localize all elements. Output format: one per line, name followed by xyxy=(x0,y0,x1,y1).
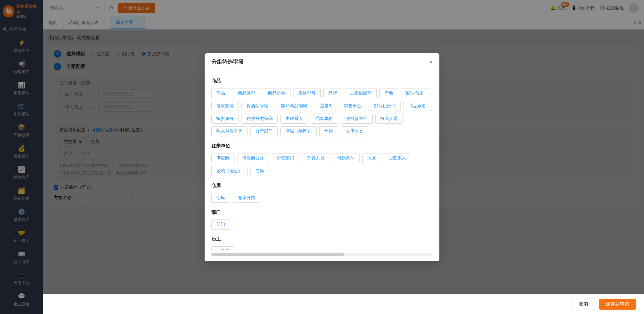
save-query-button[interactable]: 保存并查询 xyxy=(599,299,636,310)
field-chip-counterpart-0[interactable]: 供应商 xyxy=(211,153,234,163)
field-group-title-dept: 部门 xyxy=(211,209,433,215)
horizontal-scrollbar[interactable] xyxy=(211,253,433,256)
field-chip-goods-8[interactable]: 批次管理 xyxy=(211,101,239,111)
field-chip-goods-4[interactable]: 品牌 xyxy=(323,88,342,98)
dialog-body: 商品商品商品类型商品分类规格型号品牌主要供应商产地默认仓库批次管理保质期管理客户… xyxy=(205,71,439,250)
field-chip-goods-23[interactable]: 区域（地区） xyxy=(280,126,317,136)
field-group-warehouse: 仓库仓库仓库分类 xyxy=(211,183,433,203)
field-chip-goods-19[interactable]: 收付款条件 xyxy=(341,114,373,124)
field-chip-goods-16[interactable]: 税收分类编码 xyxy=(241,114,278,124)
field-chip-goods-15[interactable]: 拣货积分 xyxy=(211,114,239,124)
field-chip-goods-24[interactable]: 简称 xyxy=(319,126,338,136)
field-chips-dept: 部门 xyxy=(211,219,433,230)
field-chip-goods-2[interactable]: 商品分类 xyxy=(263,88,290,98)
field-chip-warehouse-0[interactable]: 仓库 xyxy=(211,193,230,203)
dialog-header: 分组待选字段 × xyxy=(205,53,439,71)
field-chip-goods-12[interactable]: 零售单位 xyxy=(339,101,366,111)
field-chip-counterpart-4[interactable]: 付款条件 xyxy=(332,153,360,163)
field-chip-counterpart-3[interactable]: 分管人员 xyxy=(302,153,329,163)
field-chip-goods-7[interactable]: 默认仓库 xyxy=(401,88,428,98)
field-group-dept: 部门部门 xyxy=(211,209,433,230)
field-chip-goods-22[interactable]: 分管部门 xyxy=(250,126,278,136)
field-chip-goods-21[interactable]: 往来单位分类 xyxy=(211,126,248,136)
field-chip-counterpart-1[interactable]: 供应商分类 xyxy=(237,153,269,163)
field-chip-goods-17[interactable]: 主联系人 xyxy=(280,114,308,124)
field-chip-goods-6[interactable]: 产地 xyxy=(379,88,398,98)
action-bar: 取消 保存并查询 xyxy=(43,294,644,314)
field-chip-counterpart-7[interactable]: 区域（地区） xyxy=(211,166,248,176)
field-chip-goods-13[interactable]: 默认供应商 xyxy=(369,101,401,111)
field-chip-goods-14[interactable]: 商品别名 xyxy=(404,101,431,111)
field-chip-goods-3[interactable]: 规格型号 xyxy=(293,88,321,98)
field-chip-counterpart-6[interactable]: 主联系人 xyxy=(384,153,411,163)
field-select-dialog: 分组待选字段 × 商品商品商品类型商品分类规格型号品牌主要供应商产地默认仓库批次… xyxy=(205,53,439,261)
field-chips-warehouse: 仓库仓库分类 xyxy=(211,193,433,203)
field-chip-staff-0[interactable]: 业务员 xyxy=(211,246,234,250)
field-chip-goods-20[interactable]: 分管人员 xyxy=(375,114,403,124)
field-chip-goods-0[interactable]: 商品 xyxy=(211,88,230,98)
field-chip-counterpart-5[interactable]: 地区 xyxy=(362,153,381,163)
field-chip-goods-25[interactable]: 仓库分类 xyxy=(341,126,368,136)
scrollbar-thumb xyxy=(211,253,344,256)
cancel-button[interactable]: 取消 xyxy=(572,299,595,310)
field-chips-staff: 业务员 xyxy=(211,246,433,250)
field-chips-counterpart: 供应商供应商分类分管部门分管人员付款条件地区主联系人区域（地区）简称 xyxy=(211,153,433,176)
field-chip-goods-9[interactable]: 保质期管理 xyxy=(241,101,273,111)
field-group-title-goods: 商品 xyxy=(211,78,433,84)
field-chip-counterpart-2[interactable]: 分管部门 xyxy=(272,153,299,163)
field-chip-goods-5[interactable]: 主要供应商 xyxy=(345,88,377,98)
field-group-title-staff: 员工 xyxy=(211,236,433,242)
field-chip-goods-10[interactable]: 客户商品编码 xyxy=(276,101,312,111)
field-chip-goods-1[interactable]: 商品类型 xyxy=(233,88,260,98)
field-chip-goods-11[interactable]: 重量3 xyxy=(315,101,336,111)
field-group-counterpart: 往来单位供应商供应商分类分管部门分管人员付款条件地区主联系人区域（地区）简称 xyxy=(211,143,433,176)
field-chip-dept-0[interactable]: 部门 xyxy=(211,219,230,230)
field-chip-goods-18[interactable]: 结算单位 xyxy=(311,114,338,124)
dialog-title: 分组待选字段 xyxy=(211,59,244,66)
dialog-close-button[interactable]: × xyxy=(429,59,433,65)
field-group-title-warehouse: 仓库 xyxy=(211,183,433,189)
field-group-title-counterpart: 往来单位 xyxy=(211,143,433,149)
field-group-staff: 员工业务员 xyxy=(211,236,433,250)
field-chip-warehouse-1[interactable]: 仓库分类 xyxy=(233,193,260,203)
field-chip-counterpart-8[interactable]: 简称 xyxy=(250,166,269,176)
dialog-overlay: 分组待选字段 × 商品商品商品类型商品分类规格型号品牌主要供应商产地默认仓库批次… xyxy=(0,0,644,314)
field-chips-goods: 商品商品类型商品分类规格型号品牌主要供应商产地默认仓库批次管理保质期管理客户商品… xyxy=(211,88,433,136)
dialog-h-scrollbar-area xyxy=(205,250,439,261)
field-group-goods: 商品商品商品类型商品分类规格型号品牌主要供应商产地默认仓库批次管理保质期管理客户… xyxy=(211,78,433,136)
